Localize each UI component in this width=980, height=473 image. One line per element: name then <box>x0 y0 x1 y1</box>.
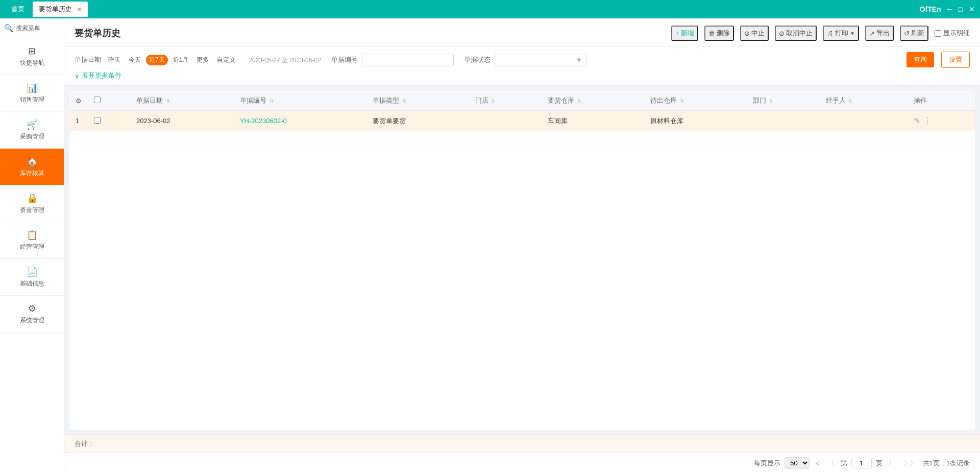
minimize-icon[interactable]: ─ <box>947 5 952 13</box>
maximize-icon[interactable]: □ <box>959 5 963 13</box>
sort-dept-icon[interactable]: ⇅ <box>769 98 773 104</box>
filter-buttons: 查询 设置 <box>906 52 970 68</box>
date-range-buttons: 昨天 今天 近7天 近1月 更多 自定义 <box>105 55 238 65</box>
print-button[interactable]: 🖨 打印 ▼ <box>823 26 859 41</box>
date-btn-today[interactable]: 今天 <box>126 55 144 65</box>
prev-page-btn[interactable]: 〈 <box>826 458 837 469</box>
cell-action: ✎ ⋮ <box>908 111 975 131</box>
date-btn-1month[interactable]: 近1月 <box>170 55 192 65</box>
query-button[interactable]: 查询 <box>906 52 934 67</box>
cell-doc-no: YH-20230602-0 <box>234 111 366 131</box>
cell-store <box>469 111 542 131</box>
add-button[interactable]: + 新增 <box>671 26 698 41</box>
top-bar-right: OfTEn ─ □ ✕ <box>920 5 975 13</box>
page-label: 第 <box>841 459 847 468</box>
table-footer: 合计： <box>64 435 980 453</box>
table-row: 1 2023-06-02 YH-20230602-0 要货单要货 车间库 原材料… <box>69 111 975 131</box>
expand-conditions-btn[interactable]: ∨ 展开更多条件 <box>75 71 970 80</box>
tab-home[interactable]: 首页 <box>5 2 31 17</box>
table-head: ⚙ 单据日期 ⇅ 单据编号 ⇅ 单据类型 ⇅ <box>69 91 975 111</box>
col-dept: 部门 ⇅ <box>747 91 820 111</box>
per-page-label: 每页显示 <box>754 459 780 468</box>
col-pending-warehouse: 待出仓库 ⇅ <box>644 91 747 111</box>
sidebar-item-inventory[interactable]: 🏠 库存核算 <box>0 149 64 185</box>
filter-area: 单据日期 昨天 今天 近7天 近1月 更多 自定义 2023-05-27 至 2… <box>64 46 980 86</box>
page-end-label: 页 <box>876 459 883 468</box>
date-btn-more[interactable]: 更多 <box>193 55 212 65</box>
print-dropdown-icon[interactable]: ▼ <box>850 31 855 36</box>
suspend-button[interactable]: ⊘ 中止 <box>740 26 769 41</box>
sidebar-item-sales[interactable]: 📊 销售管理 <box>0 75 64 112</box>
sidebar-item-system[interactable]: ⚙ 系统管理 <box>0 296 64 333</box>
print-icon: 🖨 <box>827 30 834 37</box>
window-close-icon[interactable]: ✕ <box>969 5 975 13</box>
sort-pending-warehouse-icon[interactable]: ⇅ <box>680 98 684 104</box>
tab-order-history[interactable]: 要货单历史 ✕ <box>33 2 88 17</box>
layout: 🔍 搜索菜单 ⊞ 快捷导航 📊 销售管理 🛒 采购管理 🏠 库存核算 🔒 资金管… <box>0 18 980 473</box>
top-bar: 首页 要货单历史 ✕ OfTEn ─ □ ✕ <box>0 0 980 18</box>
row-edit-icon[interactable]: ✎ <box>914 116 920 126</box>
date-btn-yesterday[interactable]: 昨天 <box>105 55 124 65</box>
col-settings[interactable]: ⚙ <box>69 91 88 111</box>
sidebar-item-purchase[interactable]: 🛒 采购管理 <box>0 112 64 149</box>
date-btn-7days[interactable]: 近7天 <box>146 55 168 65</box>
pagination: 每页显示 50 « 〈 第 1 页 〉 〉〉 共1页，1条记录 <box>64 453 980 473</box>
tab-close-icon[interactable]: ✕ <box>77 6 82 12</box>
next-page-btn[interactable]: 〉 <box>887 458 897 469</box>
sort-date-icon[interactable]: ⇅ <box>166 98 170 104</box>
row-more-icon[interactable]: ⋮ <box>923 116 932 126</box>
sidebar-item-quick-nav[interactable]: ⊞ 快捷导航 <box>0 38 64 75</box>
filter-date: 单据日期 昨天 今天 近7天 近1月 更多 自定义 <box>75 55 238 65</box>
cell-checkbox <box>88 111 130 131</box>
cell-date: 2023-06-02 <box>130 111 234 131</box>
filter-doc-number: 单据编号 <box>331 54 454 66</box>
delete-icon: 🗑 <box>708 30 715 37</box>
export-button[interactable]: ↗ 导出 <box>865 26 894 41</box>
cell-pending-warehouse: 原材料仓库 <box>644 111 747 131</box>
table-area: ⚙ 单据日期 ⇅ 单据编号 ⇅ 单据类型 ⇅ <box>69 91 975 430</box>
lock-icon: 🔒 <box>27 193 38 204</box>
page-header: 要货单历史 + 新增 🗑 删除 ⊘ 中止 ⊘ 取消中止 🖨 打印 <box>64 18 980 46</box>
sidebar: 🔍 搜索菜单 ⊞ 快捷导航 📊 销售管理 🛒 采购管理 🏠 库存核算 🔒 资金管… <box>0 18 64 473</box>
doc-icon: 📄 <box>27 266 38 277</box>
doc-status-select[interactable] <box>495 54 586 66</box>
per-page-select[interactable]: 50 <box>785 457 810 469</box>
delete-button[interactable]: 🗑 删除 <box>704 26 734 41</box>
cell-req-warehouse: 车间库 <box>542 111 644 131</box>
doc-number-input[interactable] <box>362 54 454 66</box>
sidebar-item-basic[interactable]: 📄 基础信息 <box>0 259 64 296</box>
select-all-checkbox[interactable] <box>94 97 101 103</box>
sidebar-search[interactable]: 🔍 搜索菜单 <box>0 18 64 38</box>
settings-button[interactable]: 设置 <box>941 52 970 68</box>
col-doc-type: 单据类型 ⇅ <box>366 91 469 111</box>
row-action-group: ✎ ⋮ <box>914 116 969 126</box>
refresh-button[interactable]: ↺ 刷新 <box>900 26 928 41</box>
cancel-suspend-button[interactable]: ⊘ 取消中止 <box>775 26 817 41</box>
show-detail-toggle[interactable]: 显示明细 <box>935 29 970 38</box>
sidebar-item-finance[interactable]: 🔒 资金管理 <box>0 185 64 222</box>
header-actions: + 新增 🗑 删除 ⊘ 中止 ⊘ 取消中止 🖨 打印 ▼ <box>671 26 970 41</box>
sidebar-item-operations[interactable]: 📋 经营管理 <box>0 222 64 259</box>
date-filter-label: 单据日期 <box>75 55 101 64</box>
current-page-input[interactable]: 1 <box>851 458 872 468</box>
show-detail-checkbox[interactable] <box>935 30 941 37</box>
refresh-icon: ↺ <box>904 30 910 37</box>
filter-date-display: 2023-05-27 至 2023-06-02 <box>249 55 321 65</box>
date-btn-custom[interactable]: 自定义 <box>214 55 238 65</box>
total-info: 共1页，1条记录 <box>923 459 970 468</box>
sort-req-warehouse-icon[interactable]: ⇅ <box>577 98 581 104</box>
page-title: 要货单历史 <box>75 27 120 39</box>
sort-store-icon[interactable]: ⇅ <box>491 98 495 104</box>
col-handler: 经手人 ⇅ <box>820 91 908 111</box>
home-icon: 🏠 <box>27 156 38 167</box>
sort-doctype-icon[interactable]: ⇅ <box>402 98 406 104</box>
last-page-btn[interactable]: 〉〉 <box>901 458 919 469</box>
clipboard-icon: 📋 <box>27 229 38 241</box>
row-checkbox[interactable] <box>94 117 101 124</box>
sort-docno-icon[interactable]: ⇅ <box>270 98 274 104</box>
export-icon: ↗ <box>869 30 875 37</box>
doc-no-link[interactable]: YH-20230602-0 <box>240 117 287 125</box>
first-page-btn[interactable]: « <box>814 458 821 468</box>
sort-handler-icon[interactable]: ⇅ <box>848 98 852 104</box>
cell-dept <box>747 111 820 131</box>
